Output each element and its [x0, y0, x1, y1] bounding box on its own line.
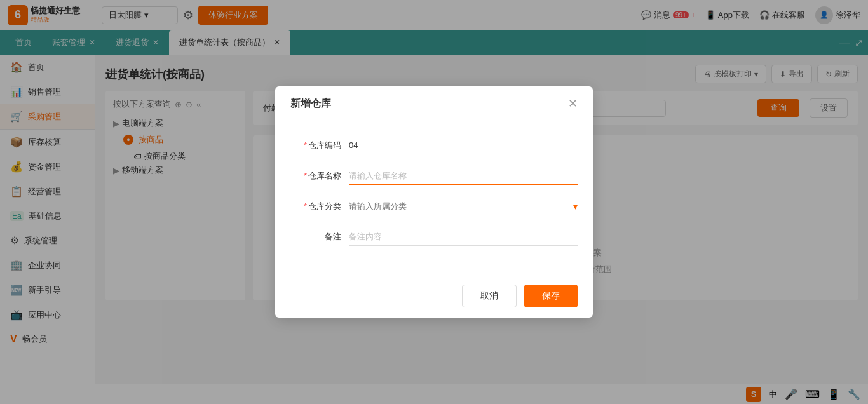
- form-field-warehouse-code: 仓库编码: [290, 137, 578, 154]
- cancel-btn[interactable]: 取消: [462, 285, 517, 307]
- note-input[interactable]: [349, 228, 578, 246]
- modal-header: 新增仓库 ✕: [275, 86, 593, 121]
- warehouse-code-input[interactable]: [349, 137, 578, 154]
- warehouse-name-input[interactable]: [349, 167, 578, 185]
- modal-body: 仓库编码 仓库名称 仓库分类 ▾ 备注: [275, 121, 593, 274]
- form-field-warehouse-category: 仓库分类 ▾: [290, 198, 578, 215]
- field-label-warehouse-category: 仓库分类: [290, 201, 341, 212]
- form-field-warehouse-name: 仓库名称: [290, 167, 578, 185]
- save-btn[interactable]: 保存: [524, 285, 578, 307]
- field-label-warehouse-name: 仓库名称: [290, 170, 341, 182]
- warehouse-category-input[interactable]: [349, 198, 578, 215]
- modal-footer: 取消 保存: [275, 274, 593, 318]
- field-label-warehouse-code: 仓库编码: [290, 140, 341, 151]
- warehouse-category-arrow-icon[interactable]: ▾: [573, 201, 578, 212]
- modal-title: 新增仓库: [290, 97, 331, 111]
- form-field-note: 备注: [290, 228, 578, 246]
- field-label-note: 备注: [290, 231, 341, 243]
- modal-close-btn[interactable]: ✕: [568, 97, 578, 111]
- warehouse-category-select-wrap: ▾: [349, 198, 578, 215]
- new-warehouse-modal: 新增仓库 ✕ 仓库编码 仓库名称 仓库分类 ▾ 备注 取消 保存: [275, 86, 593, 318]
